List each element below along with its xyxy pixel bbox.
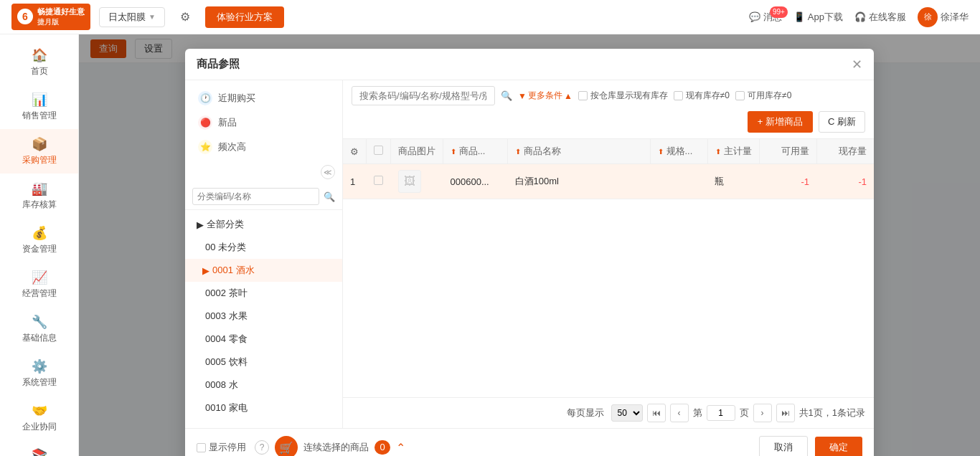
checkbox-icon [197,443,206,452]
next-page-button[interactable]: › [753,404,772,422]
cat-0008[interactable]: 0008 水 [185,374,342,396]
search-submit-icon[interactable]: 🔍 [501,90,512,101]
check-stock-nonzero[interactable]: 现有库存≠0 [674,90,730,102]
row-stock: -1 [816,164,874,199]
user-item[interactable]: 徐 徐泽华 [918,7,969,27]
th-stock: 现存量 [816,139,874,164]
sidebar-item-purchase[interactable]: 📦 采购管理 [0,129,78,174]
quick-item-new[interactable]: 🔴 新品 [191,110,336,135]
sort-icon: ⬆ [451,148,456,156]
product-thumbnail: 🖼 [398,170,421,193]
prev-page-button[interactable]: ‹ [670,404,689,422]
row-checkbox[interactable] [367,164,391,199]
sidebar-item-sales[interactable]: 📊 销售管理 [0,85,78,129]
first-page-button[interactable]: ⏮ [647,404,666,422]
quick-item-frequent[interactable]: ⭐ 频次高 [191,135,336,159]
row-unit: 瓶 [707,164,759,199]
cart-count: 0 [374,440,390,455]
per-page-select[interactable]: 50 [611,404,643,422]
cat-0002[interactable]: 0002 茶叶 [185,282,342,305]
product-search-input[interactable] [352,86,495,105]
add-product-button[interactable]: + 新增商品 [748,111,813,133]
filter-actions: + 新增商品 C 刷新 [748,111,865,133]
cat-0001[interactable]: ▶ 0001 酒水 [185,259,342,282]
sidebar-item-collab[interactable]: 🤝 企业协同 [0,396,78,440]
sidebar-item-operations[interactable]: 📈 经营管理 [0,262,78,307]
sales-icon: 📊 [32,92,47,108]
chevron-down-icon: ▼ [149,13,156,21]
row-name: 白酒100ml [508,164,651,199]
quick-items: 🕐 近期购买 🔴 新品 ⭐ 频次高 [185,86,342,159]
logo-icon: 6 [17,9,33,24]
modal-footer: 显示停用 ? 🛒 连续选择的商品 0 ⌃ 取消 确定 [185,428,874,456]
th-code: ⬆ 商品... [443,139,508,164]
checkbox-icon [578,91,588,100]
cat-0004[interactable]: 0004 零食 [185,328,342,351]
modal: 商品参照 ✕ 🕐 近期购买 🔴 [185,49,874,456]
gear-icon[interactable]: ⚙ [174,6,197,29]
sort-icon: ⬆ [715,148,721,156]
cancel-button[interactable]: 取消 [759,436,808,456]
cat-0003[interactable]: 0003 水果 [185,305,342,328]
avatar: 徐 [918,7,938,27]
confirm-button[interactable]: 确定 [815,437,862,456]
logo: 6 畅捷通好生意 捷月版 [11,4,90,29]
app-download-item[interactable]: 📱 App下载 [793,11,843,24]
search-icon[interactable]: 🔍 [324,191,335,202]
guide-icon: 📚 [32,447,47,456]
table-row[interactable]: 1 🖼 000600... 白酒100ml 瓶 -1 -1 [343,164,874,199]
filter-icon: ▼ [518,91,527,101]
check-by-warehouse[interactable]: 按仓库显示现有库存 [578,90,668,102]
close-icon[interactable]: ✕ [852,58,862,71]
modal-header: 商品参照 ✕ [185,49,874,80]
trial-button[interactable]: 体验行业方案 [205,6,284,28]
nav-selector[interactable]: 日太阳膜 ▼ [99,7,165,27]
sidebar-item-system[interactable]: ⚙️ 系统管理 [0,351,78,396]
sidebar-item-guide[interactable]: 📚 新手引导 [0,440,78,456]
modal-title: 商品参照 [197,57,240,71]
category-search-row: 🔍 [185,184,342,210]
per-page-label: 每页显示 [567,407,604,419]
pagination-row: 每页显示 50 ⏮ ‹ 第 页 › ⏭ 共1页，1条记录 [343,397,874,428]
page-text-label: 第 [693,407,702,419]
help-icon[interactable]: ? [255,440,269,455]
expand-icon: ▶ [202,265,209,276]
page-suffix: 页 [740,407,749,419]
page-number-input[interactable] [707,405,735,421]
purchase-icon: 📦 [32,136,47,152]
category-search-input[interactable] [192,188,319,205]
last-page-button[interactable]: ⏭ [776,404,795,422]
cat-all[interactable]: ▶ 全部分类 [185,213,342,236]
sidebar-item-finance[interactable]: 💰 资金管理 [0,218,78,262]
cart-icon[interactable]: 🛒 [275,436,298,456]
messages-badge: 99+ [770,6,788,18]
online-service-item[interactable]: 🎧 在线客服 [854,11,906,24]
sort-icon: ⬆ [515,148,521,156]
sidebar-item-inventory[interactable]: 🏭 库存核算 [0,174,78,218]
cat-0005[interactable]: 0005 饮料 [185,351,342,374]
th-settings[interactable]: ⚙ [343,139,367,164]
new-icon: 🔴 [198,115,212,130]
show-disabled-checkbox[interactable]: 显示停用 [197,441,246,454]
cart-area: ? 🛒 连续选择的商品 0 ⌃ [255,436,405,456]
cart-label: 连续选择的商品 [303,441,369,454]
expand-icon: ▶ [197,219,204,230]
th-name: ⬆ 商品名称 [508,139,651,164]
product-table-wrap: ⚙ 商品图片 ⬆ 商品... ⬆ [343,139,874,397]
quick-item-recent[interactable]: 🕐 近期购买 [191,86,336,110]
cat-00[interactable]: 00 未分类 [185,236,342,259]
check-avail-nonzero[interactable]: 可用库存≠0 [735,90,791,102]
sidebar-item-basics[interactable]: 🔧 基础信息 [0,307,78,351]
modal-left-panel: 🕐 近期购买 🔴 新品 ⭐ 频次高 [185,80,343,428]
row-code: 000600... [443,164,508,199]
collapse-cart-icon[interactable]: ⌃ [396,441,405,455]
refresh-button[interactable]: C 刷新 [819,111,865,133]
cat-0010[interactable]: 0010 家电 [185,396,342,419]
filter-more-link[interactable]: ▼ 更多条件 ▲ [518,90,573,102]
modal-right-panel: 🔍 ▼ 更多条件 ▲ 按仓库显示现有库存 [343,80,874,428]
sidebar-item-home[interactable]: 🏠 首页 [0,40,78,85]
row-avail: -1 [759,164,816,199]
messages-icon[interactable]: 💬 消息 99+ [749,11,782,24]
sidebar: 🏠 首页 📊 销售管理 📦 采购管理 🏭 库存核算 💰 资金管理 📈 经营管理 … [0,34,79,456]
collapse-panel-icon[interactable]: ≪ [321,165,335,179]
